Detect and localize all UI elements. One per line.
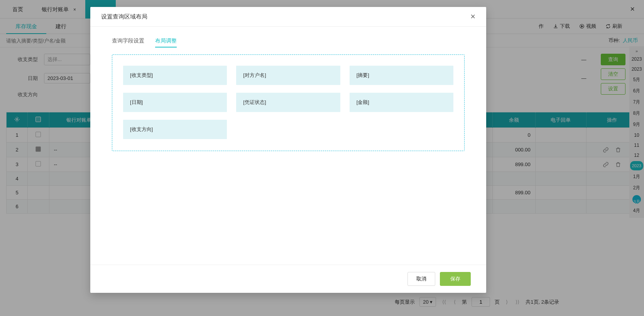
modal-tab-layout[interactable]: 布局调整 (155, 35, 177, 48)
drag-area: [收支类型][对方户名][摘要][日期][凭证状态][金额][收支方向] (112, 54, 465, 151)
modal-body: 查询字段设置 布局调整 [收支类型][对方户名][摘要][日期][凭证状态][金… (90, 27, 486, 265)
modal-tab-fields[interactable]: 查询字段设置 (112, 35, 144, 48)
drag-item[interactable]: [摘要] (350, 66, 453, 85)
drag-item[interactable]: [凭证状态] (236, 93, 340, 112)
drag-item[interactable]: [对方户名] (236, 66, 340, 85)
save-button[interactable]: 保存 (440, 272, 471, 286)
modal-footer: 取消 保存 (90, 265, 486, 293)
drag-item[interactable]: [收支类型] (123, 66, 227, 85)
drag-item[interactable]: [收支方向] (123, 120, 227, 139)
modal: 设置查询区域布局 × 查询字段设置 布局调整 [收支类型][对方户名][摘要][… (90, 7, 486, 293)
drag-item[interactable]: [金额] (350, 93, 453, 112)
modal-header: 设置查询区域布局 × (90, 7, 486, 27)
modal-tabs: 查询字段设置 布局调整 (112, 35, 465, 48)
modal-title: 设置查询区域布局 (101, 13, 147, 20)
cancel-button[interactable]: 取消 (407, 272, 435, 286)
modal-close-icon[interactable]: × (470, 12, 475, 21)
drag-item[interactable]: [日期] (123, 93, 227, 112)
